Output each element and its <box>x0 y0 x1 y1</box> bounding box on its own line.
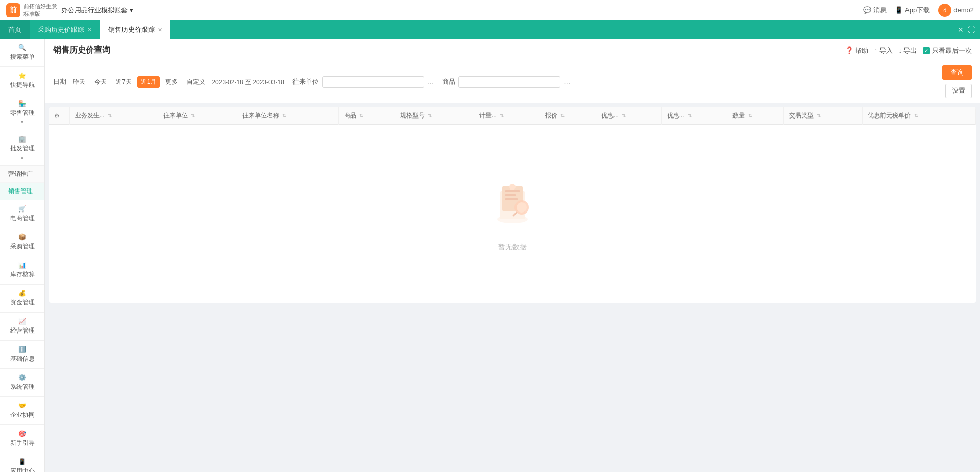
sort-icon: ⇅ <box>359 113 363 119</box>
sidebar-item-wholesale-mgmt[interactable]: 🏢 批发管理 ▴ <box>0 130 44 166</box>
sidebar-item-quick-nav[interactable]: ⭐ 快捷导航 <box>0 67 44 95</box>
tab-purchase-history-close[interactable]: ✕ <box>87 27 92 33</box>
user-menu[interactable]: d demo2 <box>938 4 974 17</box>
partner-input[interactable] <box>322 76 424 88</box>
chevron-up-icon: ▴ <box>21 154 23 160</box>
close-all-tabs-button[interactable]: ✕ <box>958 26 964 34</box>
sidebar-item-sales-mgmt[interactable]: 销售管理 <box>0 183 44 200</box>
sort-icon: ⇅ <box>428 113 432 119</box>
sidebar-item-finance[interactable]: 💰 资金管理 <box>0 285 44 313</box>
empty-text: 暂无数据 <box>498 243 527 252</box>
date-btn-1month[interactable]: 近1月 <box>137 76 160 88</box>
nav-icon: ⭐ <box>18 72 26 79</box>
date-btn-yesterday[interactable]: 昨天 <box>69 76 89 88</box>
sidebar-item-inventory[interactable]: 📊 库存核算 <box>0 256 44 285</box>
svg-rect-3 <box>505 190 520 192</box>
sidebar-item-new-guide[interactable]: 🎯 新手引导 <box>0 425 44 453</box>
settings-button[interactable]: 设置 <box>945 84 972 98</box>
help-button[interactable]: ❓ 帮助 <box>845 46 868 55</box>
filter-right: 查询 设置 <box>942 65 972 98</box>
sidebar-item-operations[interactable]: 📈 经营管理 <box>0 313 44 341</box>
import-button[interactable]: ↑ 导入 <box>874 46 893 55</box>
chat-button[interactable]: 💬 消息 <box>863 6 887 15</box>
export-button[interactable]: ↓ 导出 <box>899 46 917 55</box>
partner-picker-button[interactable]: ... <box>427 77 434 86</box>
date-btn-today[interactable]: 今天 <box>91 76 110 88</box>
sort-icon: ⇅ <box>622 113 626 119</box>
tab-actions: ✕ ⛶ <box>952 20 980 39</box>
sidebar-item-enterprise-collab[interactable]: 🤝 企业协同 <box>0 397 44 425</box>
table-area: ⚙ 业务发生... ⇅ 往来单位 ⇅ 往来单位名称 <box>45 103 980 472</box>
only-last-checkbox[interactable]: ✓ 只看最后一次 <box>923 46 972 55</box>
chevron-down-icon: ▾ <box>21 119 23 125</box>
date-buttons: 昨天 今天 近7天 近1月 更多 自定义 <box>69 76 209 88</box>
wholesale-icon: 🏢 <box>18 135 26 143</box>
maximize-button[interactable]: ⛶ <box>968 26 975 34</box>
filter-row: 日期 昨天 今天 近7天 近1月 更多 自定义 2023-02-18 至 202… <box>45 61 980 103</box>
table-header-trade-type[interactable]: 交易类型 ⇅ <box>783 107 863 125</box>
page-actions: ❓ 帮助 ↑ 导入 ↓ 导出 ✓ 只看最后一次 <box>845 46 972 55</box>
table-header-biz-date[interactable]: 业务发生... ⇅ <box>69 107 158 125</box>
table-header-spec[interactable]: 规格型号 ⇅ <box>395 107 474 125</box>
topbar-left: 前 前拓信好生意 标准版 办公用品行业模拟账套 ▾ <box>6 3 133 17</box>
sidebar-item-retail-mgmt[interactable]: 🏪 零售管理 ▾ <box>0 95 44 130</box>
product-input[interactable] <box>458 76 560 88</box>
tab-sales-history-close[interactable]: ✕ <box>158 27 162 33</box>
sidebar-item-marketing[interactable]: 营销推广 <box>0 166 44 183</box>
sidebar-item-system[interactable]: ⚙️ 系统管理 <box>0 369 44 397</box>
sort-icon: ⇅ <box>500 113 504 119</box>
app-selector[interactable]: 办公用品行业模拟账套 ▾ <box>61 6 133 15</box>
chevron-down-icon: ▾ <box>130 6 133 14</box>
topbar-right: 💬 消息 📱 App下载 d demo2 <box>863 4 974 17</box>
chat-icon: 💬 <box>863 6 871 14</box>
table-header-product[interactable]: 商品 ⇅ <box>338 107 395 125</box>
import-icon: ↑ <box>874 46 878 54</box>
date-btn-custom[interactable]: 自定义 <box>183 76 209 88</box>
purchase-icon: 📦 <box>18 233 26 241</box>
tab-purchase-history[interactable]: 采购历史价跟踪 ✕ <box>30 20 100 39</box>
table-header-pretax-price[interactable]: 优惠前无税单价 ⇅ <box>863 107 976 125</box>
table-header-discount2[interactable]: 优惠... ⇅ <box>662 107 727 125</box>
partner-label: 往来单位 <box>292 77 319 86</box>
sidebar-item-app-center[interactable]: 📱 应用中心 <box>0 453 44 472</box>
date-label: 日期 <box>53 77 66 86</box>
sidebar-item-ecommerce[interactable]: 🛒 电商管理 <box>0 200 44 228</box>
svg-rect-4 <box>505 194 516 196</box>
table-header-partner-code[interactable]: 往来单位 ⇅ <box>158 107 237 125</box>
table-header-price[interactable]: 报价 ⇅ <box>540 107 596 125</box>
tabbar: 首页 采购历史价跟踪 ✕ 销售历史价跟踪 ✕ ✕ ⛶ <box>0 20 980 39</box>
table-header-quantity[interactable]: 数量 ⇅ <box>727 107 783 125</box>
content-area: 销售历史价查询 ❓ 帮助 ↑ 导入 ↓ 导出 ✓ <box>45 39 980 472</box>
partner-filter-group: 往来单位 ... <box>292 76 434 88</box>
page-header: 销售历史价查询 ❓ 帮助 ↑ 导入 ↓ 导出 ✓ <box>45 39 980 61</box>
date-range-display: 2023-02-18 至 2023-03-18 <box>212 78 284 87</box>
settings-icon: ⚙ <box>54 112 60 120</box>
checkbox-icon: ✓ <box>923 47 930 54</box>
table-header-settings[interactable]: ⚙ <box>49 107 69 125</box>
date-btn-7days[interactable]: 近7天 <box>112 76 135 88</box>
table-header-unit[interactable]: 计量... ⇅ <box>474 107 540 125</box>
app-download-button[interactable]: 📱 App下载 <box>895 6 930 15</box>
system-icon: ⚙️ <box>18 374 26 381</box>
product-filter-group: 商品 ... <box>442 76 570 88</box>
sort-icon: ⇅ <box>817 113 821 119</box>
finance-icon: 💰 <box>18 290 26 297</box>
sort-icon: ⇅ <box>191 113 195 119</box>
svg-rect-5 <box>505 198 518 200</box>
data-table: ⚙ 业务发生... ⇅ 往来单位 ⇅ 往来单位名称 <box>49 107 976 125</box>
tab-home[interactable]: 首页 <box>0 20 30 39</box>
sort-icon: ⇅ <box>748 113 752 119</box>
product-picker-button[interactable]: ... <box>564 77 570 86</box>
date-filter-group: 日期 昨天 今天 近7天 近1月 更多 自定义 2023-02-18 至 202… <box>53 76 284 88</box>
empty-illustration <box>487 176 538 237</box>
app-center-icon: 📱 <box>18 458 26 465</box>
table-header-discount1[interactable]: 优惠... ⇅ <box>596 107 662 125</box>
table-header-partner-name[interactable]: 往来单位名称 ⇅ <box>237 107 338 125</box>
tab-sales-history[interactable]: 销售历史价跟踪 ✕ <box>100 20 170 39</box>
sidebar-item-search-menu[interactable]: 🔍 搜索菜单 <box>0 39 44 67</box>
sidebar-item-basic-info[interactable]: ℹ️ 基础信息 <box>0 341 44 369</box>
sidebar-item-purchase-mgmt[interactable]: 📦 采购管理 <box>0 228 44 256</box>
search-button[interactable]: 查询 <box>942 65 972 80</box>
date-btn-more[interactable]: 更多 <box>162 76 181 88</box>
operations-icon: 📈 <box>18 318 26 325</box>
